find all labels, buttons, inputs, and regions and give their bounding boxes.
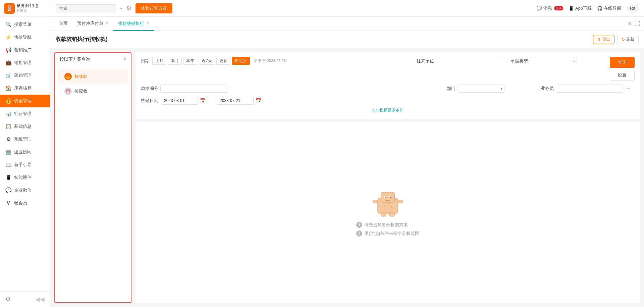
date-btn-last-month[interactable]: 上月 xyxy=(152,57,166,65)
collapse-sidebar-icon[interactable]: ◀◀ xyxy=(35,296,45,303)
sidebar-item-sales[interactable]: 💼 销售管理 xyxy=(0,56,50,69)
tip-text-2: 用[过滤]条件来缩小分析范围 xyxy=(364,231,419,237)
sidebar-item-quick-nav[interactable]: ⚡ 快捷导航 xyxy=(0,31,50,44)
bill-no-input[interactable] xyxy=(160,85,227,93)
sidebar-item-wechat[interactable]: 💬 企业微信 xyxy=(0,184,50,197)
sidebar-item-enterprise[interactable]: 🏢 企业协同 xyxy=(0,146,50,158)
filter-item-by-receivable[interactable]: ⏰ 按应收 xyxy=(58,84,128,98)
tab-prepay-label: 预付冲应付单 xyxy=(77,20,103,27)
partner-label: 往来单位 xyxy=(417,58,434,64)
date-btn-custom[interactable]: 自定义 xyxy=(232,57,250,65)
partner-input[interactable] xyxy=(436,57,503,65)
bill-no-field: 单据编号 xyxy=(141,85,447,93)
refresh-button[interactable]: ↻ 刷新 xyxy=(617,35,639,44)
messages-label: 消息 xyxy=(543,5,552,11)
sidebar-item-finance[interactable]: 💰 资金管理 xyxy=(0,95,50,107)
action-buttons: 查询 设置 xyxy=(610,57,635,81)
date-btn-this-month[interactable]: 本月 xyxy=(168,57,182,65)
sidebar-item-system[interactable]: ⚙ 系统管理 xyxy=(0,133,50,146)
svg-rect-8 xyxy=(381,212,386,216)
app-download-item[interactable]: 📱 App下载 xyxy=(569,5,592,11)
tab-current[interactable]: 收款核销执行 ✕ xyxy=(113,17,154,31)
system-icon: ⚙ xyxy=(5,136,11,142)
staff-field: 业务员 ··· xyxy=(541,85,635,93)
sidebar-item-hardware[interactable]: 📱 智能硬件 xyxy=(0,171,50,184)
empty-tip-1: 1 请先选择要分析的方案 xyxy=(356,222,419,228)
date-btn-this-year[interactable]: 本年 xyxy=(183,57,197,65)
verify-start-date[interactable]: 2023-03-01 xyxy=(161,97,198,105)
sidebar-item-label: 销售管理 xyxy=(14,60,32,66)
bill-type-ellipsis-button[interactable]: ··· xyxy=(579,58,586,64)
quick-nav-icon: ⚡ xyxy=(5,34,11,40)
sidebar-item-search[interactable]: 🔍 搜索菜单 xyxy=(0,18,50,31)
svg-point-5 xyxy=(390,197,391,198)
sidebar-item-basic-info[interactable]: 📋 基础信息 xyxy=(0,120,50,133)
messages-item[interactable]: 💬 消息 99+ xyxy=(537,5,563,11)
tab-home[interactable]: 首页 xyxy=(54,17,72,31)
sidebar-item-marketing[interactable]: 📢 营销推广 xyxy=(0,44,50,56)
export-button[interactable]: ⬆ 导出 xyxy=(593,35,614,44)
calendar-end-icon[interactable]: 📅 xyxy=(256,98,261,103)
basic-info-icon: 📋 xyxy=(5,123,11,130)
tabbar-actions: ✕ ⛶ xyxy=(628,20,640,27)
sidebar-item-inventory[interactable]: 🏠 库存核算 xyxy=(0,82,50,95)
filter-collapse-button[interactable]: » xyxy=(124,56,126,61)
sidebar-item-label: 快捷导航 xyxy=(14,34,32,40)
sidebar-item-label: 基础信息 xyxy=(14,123,32,130)
tab-fullscreen-button[interactable]: ⛶ xyxy=(635,21,640,27)
empty-illustration: ? ? ? xyxy=(371,188,405,218)
filter-items-list: 💰 按收款 ⏰ 按应收 xyxy=(55,66,131,102)
dept-field: 部门 xyxy=(447,85,541,93)
settings-button[interactable]: 设置 xyxy=(610,70,635,81)
verify-end-date[interactable]: 2023-07-21 xyxy=(217,97,254,105)
sidebar-item-vip[interactable]: V 畅会员 xyxy=(0,197,50,209)
finance-icon: 💰 xyxy=(5,98,11,104)
sidebar-item-management[interactable]: 📊 经营管理 xyxy=(0,107,50,120)
dropdown-icon[interactable]: ▾ xyxy=(120,6,122,11)
staff-label: 业务员 xyxy=(541,86,554,92)
filter-item-by-receipt[interactable]: 💰 按收款 xyxy=(58,69,128,84)
user-name[interactable]: Rit xyxy=(627,5,639,12)
marketing-icon: 📢 xyxy=(5,47,11,53)
sales-icon: 💼 xyxy=(5,60,11,66)
collapse-row[interactable]: ∧∧ 收起更多条件 xyxy=(141,105,635,114)
tab-close-button[interactable]: ✕ xyxy=(628,20,632,27)
settings-icon[interactable]: ⚙ xyxy=(126,5,131,12)
search-input[interactable] xyxy=(56,4,116,12)
online-service-label: 在线客服 xyxy=(604,5,621,11)
enterprise-icon: 🏢 xyxy=(5,149,11,155)
tab-prepay[interactable]: 预付冲应付单 ✕ xyxy=(72,17,113,31)
tab-prepay-close[interactable]: ✕ xyxy=(105,21,109,26)
sidebar-footer: ⚙ ◀◀ xyxy=(0,291,50,307)
svg-text:?: ? xyxy=(390,206,392,209)
bill-type-select[interactable] xyxy=(530,57,577,65)
staff-ellipsis-button[interactable]: ··· xyxy=(625,86,632,92)
query-button[interactable]: 查询 xyxy=(610,57,635,68)
sidebar-item-label: 企业微信 xyxy=(14,187,32,193)
filter-item-label: 按收款 xyxy=(74,73,88,80)
page-header: 收款核销执行(按收款) ⬆ 导出 ↻ 刷新 xyxy=(50,31,644,48)
dept-select-wrapper xyxy=(458,85,504,93)
date-btn-7days[interactable]: 近7天 xyxy=(199,57,215,65)
settings-icon[interactable]: ⚙ xyxy=(5,296,11,303)
sidebar-item-guide[interactable]: 📖 新手引导 xyxy=(0,158,50,171)
verify-date-range: 2023-03-01 📅 — 2023-07-21 📅 xyxy=(161,97,261,105)
empty-tips: 1 请先选择要分析的方案 2 用[过滤]条件来缩小分析范围 xyxy=(356,222,419,237)
empty-tip-2: 2 用[过滤]条件来缩小分析范围 xyxy=(356,231,419,237)
online-service-item[interactable]: 🎧 在线客服 xyxy=(597,5,621,11)
bill-no-label: 单据编号 xyxy=(141,86,158,92)
svg-point-4 xyxy=(385,197,386,198)
filter-header-label: 按以下方案查询 xyxy=(60,57,90,62)
sidebar-item-label: 企业协同 xyxy=(14,149,32,155)
inventory-icon: 🏠 xyxy=(5,85,11,91)
date-separator: — xyxy=(208,98,215,103)
sidebar-item-label: 资金管理 xyxy=(14,98,32,104)
tab-current-close[interactable]: ✕ xyxy=(146,21,150,26)
staff-input[interactable] xyxy=(556,85,623,93)
verify-date-label: 核销日期 xyxy=(141,98,158,104)
sidebar-item-purchase[interactable]: 🛒 采购管理 xyxy=(0,69,50,82)
dept-select[interactable] xyxy=(458,85,504,93)
date-btn-more[interactable]: 更多 xyxy=(216,57,230,65)
industry-solution-button[interactable]: 体验行业方案 xyxy=(136,3,172,13)
calendar-start-icon[interactable]: 📅 xyxy=(200,98,206,103)
